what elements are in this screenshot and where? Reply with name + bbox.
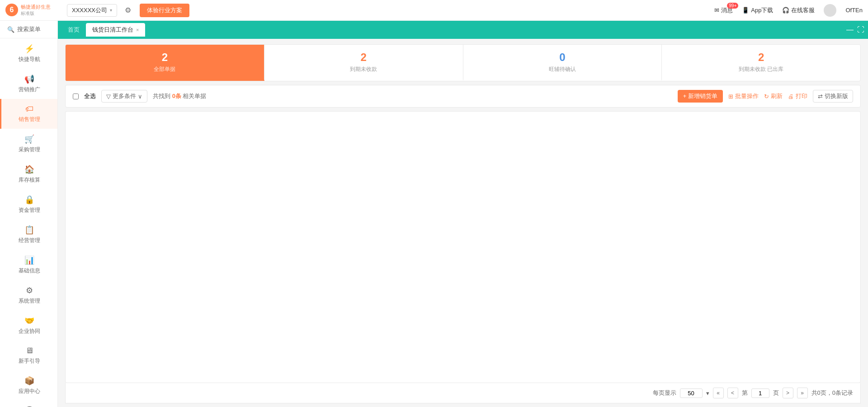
chevron-down-filter-icon: ∨ [138, 93, 142, 100]
newbie-icon: 🖥 [25, 346, 33, 356]
stats-row: 2 全部单据 2 到期未收款 0 旺辅待确认 2 到期未收款 已出库 [65, 44, 861, 81]
filter-button[interactable]: ▽ 更多条件 ∨ [101, 90, 147, 103]
next-page-button[interactable]: > [783, 388, 793, 398]
stat-card-wangwang[interactable]: 0 旺辅待确认 [463, 45, 662, 81]
select-all-checkbox[interactable] [73, 94, 79, 99]
download-icon: 📱 [742, 7, 749, 14]
sidebar-item-basics[interactable]: 📊 基础信息 [0, 250, 57, 280]
found-count: 0条 [172, 93, 181, 99]
sidebar-item-purchase[interactable]: 🛒 采购管理 [0, 129, 57, 159]
search-menu-label: 搜索菜单 [17, 25, 41, 33]
stat-label-overdue-unpaid: 到期未收款 [274, 65, 454, 73]
sidebar-label-newbie: 新手引导 [19, 357, 40, 365]
print-label: 打印 [796, 92, 807, 100]
message-icon: ✉ [714, 7, 719, 14]
sidebar-label-quick-nav: 快捷导航 [19, 56, 40, 63]
chevron-down-icon: ▾ [110, 8, 112, 13]
prev-page-button[interactable]: < [727, 388, 738, 398]
message-badge: 99+ [727, 3, 738, 9]
stat-number-overdue-unpaid: 2 [274, 51, 454, 64]
sidebar-label-inventory: 库存核算 [19, 176, 40, 184]
tab-minimize-button[interactable]: — [846, 26, 854, 34]
settings-gear-icon[interactable]: ⚙ [121, 3, 135, 18]
stat-label-overdue-unshipped: 到期未收款 已出库 [671, 65, 851, 73]
enterprise-icon: 🤝 [24, 316, 34, 326]
sidebar-label-purchase: 采购管理 [19, 146, 40, 154]
sidebar-item-inventory[interactable]: 🏠 库存核算 [0, 159, 57, 189]
switch-new-version-button[interactable]: ⇄ 切换新版 [813, 90, 853, 103]
new-order-button[interactable]: + 新增销货单 [678, 90, 723, 103]
message-action[interactable]: ✉ 消息 99+ [714, 6, 733, 14]
tab-maximize-button[interactable]: ⛶ [857, 26, 864, 34]
sidebar-item-system[interactable]: ⚙ 系统管理 [0, 280, 57, 310]
filter-label: 更多条件 [113, 92, 136, 100]
stat-card-overdue-unpaid[interactable]: 2 到期未收款 [264, 45, 463, 81]
sidebar-item-app-center[interactable]: 📦 应用中心 [0, 370, 57, 401]
purchase-icon: 🛒 [24, 134, 34, 144]
refresh-button[interactable]: ↻ 刷新 [764, 92, 783, 100]
first-page-button[interactable]: « [713, 388, 724, 398]
online-service-action[interactable]: 🎧 在线客服 [782, 6, 815, 14]
app-download-action[interactable]: 📱 App下载 [742, 6, 773, 14]
quick-nav-icon: ⚡ [24, 44, 34, 54]
chevron-down-page-icon[interactable]: ▾ [706, 390, 709, 397]
found-text: 共找到 0条 相关单据 [153, 92, 206, 100]
marketing-icon: 📢 [24, 74, 34, 84]
toolbar-right: + 新增销货单 ⊞ 批量操作 ↻ 刷新 🖨 打印 ⇄ [678, 90, 853, 103]
switch-label: 切换新版 [825, 92, 848, 100]
sidebar-item-enterprise[interactable]: 🤝 企业协同 [0, 310, 57, 341]
sidebar-item-sales[interactable]: 🏷 销售管理 [0, 99, 57, 129]
avatar[interactable] [824, 4, 836, 17]
toolbar: 全选 ▽ 更多条件 ∨ 共找到 0条 相关单据 + 新增销货单 ⊞ 批量操作 [65, 85, 861, 108]
page-size-input[interactable] [680, 388, 703, 398]
tabs-bar: 首页 钱货日清工作台 × — ⛶ [58, 21, 868, 39]
content-area: 首页 钱货日清工作台 × — ⛶ 2 全部单据 2 到期未收款 [58, 21, 868, 407]
headset-icon: 🎧 [782, 7, 789, 14]
sidebar-item-operations[interactable]: 📋 经营管理 [0, 220, 57, 250]
logo-area: 6 畅捷通好生意 标准版 [5, 4, 63, 16]
found-prefix: 共找到 [153, 93, 170, 99]
sidebar-item-marketing[interactable]: 📢 营销推广 [0, 69, 57, 99]
select-all-label: 全选 [84, 92, 96, 100]
stat-label-all: 全部单据 [75, 65, 255, 73]
stat-number-overdue-unshipped: 2 [671, 51, 851, 64]
search-icon: 🔍 [7, 26, 14, 33]
tab-active-label: 钱货日清工作台 [92, 26, 133, 34]
stat-card-overdue-unshipped[interactable]: 2 到期未收款 已出库 [662, 45, 860, 81]
page-size-label: 每页显示 [653, 389, 676, 397]
refresh-label: 刷新 [771, 92, 783, 100]
page-label: 第 [742, 389, 748, 397]
stat-number-wangwang: 0 [472, 51, 653, 64]
app-download-label: App下载 [751, 6, 773, 14]
tabs-actions: — ⛶ [846, 26, 864, 34]
sidebar-item-newbie[interactable]: 🖥 新手引导 [0, 341, 57, 370]
total-records-label: 共0页，0条记录 [811, 389, 853, 397]
tab-active[interactable]: 钱货日清工作台 × [86, 23, 145, 37]
page-suffix: 页 [773, 389, 779, 397]
basics-icon: 📊 [24, 255, 34, 265]
sidebar: 🔍 搜索菜单 ⚡ 快捷导航 📢 营销推广 🏷 销售管理 🛒 采购管理 🏠 库存核… [0, 21, 58, 407]
last-page-button[interactable]: » [797, 388, 808, 398]
print-button[interactable]: 🖨 打印 [788, 92, 807, 100]
stat-card-all[interactable]: 2 全部单据 [66, 45, 264, 81]
tab-close-icon[interactable]: × [136, 27, 139, 33]
sidebar-label-basics: 基础信息 [19, 267, 40, 275]
table-area [65, 111, 861, 383]
sidebar-item-wechat[interactable]: 💬 企业微信 [0, 401, 57, 407]
trial-button[interactable]: 体验行业方案 [140, 4, 189, 17]
top-header: 6 畅捷通好生意 标准版 XXXXXX公司 ▾ ⚙ 体验行业方案 ✉ 消息 99… [0, 0, 868, 21]
search-menu[interactable]: 🔍 搜索菜单 [0, 21, 57, 38]
current-page-input[interactable] [751, 388, 769, 398]
tab-home[interactable]: 首页 [61, 23, 86, 37]
app-logo-icon: 6 [5, 4, 18, 16]
company-selector[interactable]: XXXXXX公司 ▾ [67, 4, 117, 17]
sidebar-item-finance[interactable]: 🔒 资金管理 [0, 189, 57, 220]
batch-operation-button[interactable]: ⊞ 批量操作 [728, 92, 759, 100]
batch-label: 批量操作 [735, 92, 759, 100]
sidebar-item-quick-nav[interactable]: ⚡ 快捷导航 [0, 38, 57, 69]
stat-number-all: 2 [75, 51, 255, 64]
sales-icon: 🏷 [25, 104, 33, 114]
refresh-icon: ↻ [764, 93, 769, 100]
page-content: 2 全部单据 2 到期未收款 0 旺辅待确认 2 到期未收款 已出库 [58, 39, 868, 407]
user-name: OfTEn [845, 7, 863, 14]
